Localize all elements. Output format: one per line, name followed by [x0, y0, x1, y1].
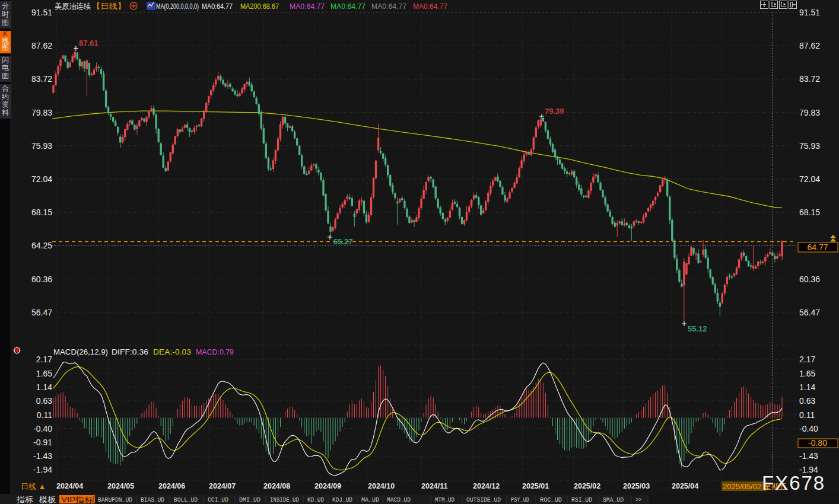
svg-text:1.65: 1.65: [36, 369, 52, 378]
svg-text:DEA:-0.03: DEA:-0.03: [153, 347, 191, 356]
svg-text:2024/11: 2024/11: [421, 482, 448, 490]
svg-text:KDJ_UD: KDJ_UD: [332, 497, 352, 503]
svg-text:MA0:64.77: MA0:64.77: [290, 2, 325, 11]
svg-text:-0.91: -0.91: [33, 438, 52, 447]
svg-text:64.25: 64.25: [31, 241, 52, 250]
svg-text:-0.80: -0.80: [808, 438, 827, 448]
svg-text:-1.43: -1.43: [33, 451, 52, 461]
svg-text:BIAS_UD: BIAS_UD: [141, 497, 164, 503]
svg-text:分: 分: [2, 2, 9, 10]
svg-text:2024/09: 2024/09: [314, 482, 341, 490]
svg-text:55.12: 55.12: [688, 324, 707, 333]
svg-text:1.14: 1.14: [799, 382, 815, 392]
svg-text:MTM_UD: MTM_UD: [435, 497, 455, 503]
svg-text:87.62: 87.62: [799, 41, 820, 50]
svg-text:56.47: 56.47: [31, 308, 52, 317]
svg-text:0.63: 0.63: [799, 396, 815, 406]
svg-text:2025/02: 2025/02: [574, 482, 600, 490]
svg-text:>>: >>: [635, 497, 641, 503]
svg-text:83.72: 83.72: [799, 74, 820, 84]
svg-text:91.51: 91.51: [31, 8, 52, 17]
svg-text:模板: 模板: [39, 495, 56, 504]
svg-text:2024/08: 2024/08: [263, 482, 290, 490]
svg-text:闪: 闪: [2, 56, 9, 64]
svg-text:指标: 指标: [16, 495, 33, 504]
svg-text:图: 图: [2, 72, 9, 80]
svg-text:0.11: 0.11: [37, 410, 52, 420]
svg-text:ROC_UD: ROC_UD: [540, 497, 562, 503]
svg-text:87.62: 87.62: [31, 41, 52, 50]
svg-text:MA0:64.77: MA0:64.77: [371, 2, 406, 11]
svg-text:DMI_UD: DMI_UD: [239, 497, 260, 503]
svg-text:64.77: 64.77: [807, 243, 828, 252]
svg-text:2.17: 2.17: [36, 355, 52, 364]
svg-text:MA(0,200,0,0,0,0): MA(0,200,0,0,0,0): [156, 2, 199, 11]
svg-text:【日线】: 【日线】: [92, 2, 126, 11]
svg-text:KD_UD: KD_UD: [307, 497, 324, 503]
svg-text:83.72: 83.72: [31, 74, 52, 84]
svg-text:MA200:68.67: MA200:68.67: [240, 2, 279, 11]
svg-text:60.36: 60.36: [31, 275, 52, 284]
svg-text:2024/10: 2024/10: [368, 482, 395, 490]
svg-text:BARUPDN_UD: BARUPDN_UD: [98, 497, 132, 503]
svg-text:MA0:64.77: MA0:64.77: [330, 2, 366, 11]
svg-text:DIFF:0.36: DIFF:0.36: [112, 347, 148, 356]
svg-text:79.83: 79.83: [31, 108, 52, 117]
svg-text:PSY_UD: PSY_UD: [511, 497, 529, 503]
svg-text:MA_UD: MA_UD: [361, 497, 379, 503]
svg-text:MACD_UD: MACD_UD: [387, 497, 411, 503]
svg-text:2024/04: 2024/04: [56, 482, 83, 490]
svg-text:91.51: 91.51: [799, 8, 820, 17]
svg-text:79.83: 79.83: [799, 108, 820, 117]
svg-text:BOLL_UD: BOLL_UD: [174, 497, 198, 503]
svg-text:SMA_UD: SMA_UD: [603, 497, 624, 503]
svg-text:-0.40: -0.40: [33, 424, 52, 433]
svg-text:MACD(26,12,9): MACD(26,12,9): [53, 347, 108, 356]
svg-text:RSI_UD: RSI_UD: [571, 497, 592, 503]
svg-text:2024/06: 2024/06: [158, 482, 185, 490]
svg-text:VIP指标: VIP指标: [61, 496, 94, 504]
svg-text:图: 图: [2, 43, 9, 52]
svg-text:2024/12: 2024/12: [473, 482, 500, 490]
svg-text:2024/07: 2024/07: [209, 482, 236, 490]
svg-text:约: 约: [2, 92, 9, 101]
svg-text:INSIDE_UD: INSIDE_UD: [270, 497, 299, 503]
svg-text:-1.43: -1.43: [799, 451, 818, 461]
svg-text:79.39: 79.39: [545, 107, 564, 116]
svg-text:87.61: 87.61: [79, 39, 98, 47]
svg-text:68.15: 68.15: [799, 208, 820, 217]
svg-text:75.93: 75.93: [31, 141, 52, 151]
svg-text:OUTSIDE_UD: OUTSIDE_UD: [466, 497, 501, 503]
svg-text:60.36: 60.36: [799, 275, 820, 284]
svg-text:MACD:0.79: MACD:0.79: [196, 347, 234, 356]
svg-text:-0.40: -0.40: [799, 424, 818, 433]
svg-text:时: 时: [2, 10, 9, 18]
svg-text:0.11: 0.11: [799, 410, 815, 420]
svg-text:1.65: 1.65: [799, 369, 815, 378]
svg-text:2024/05: 2024/05: [107, 482, 134, 490]
svg-text:MA0:64.77: MA0:64.77: [202, 2, 233, 11]
svg-text:2.17: 2.17: [799, 355, 815, 364]
svg-text:2025/01: 2025/01: [522, 482, 549, 490]
svg-text:日线 ▲: 日线 ▲: [21, 482, 46, 491]
svg-text:料: 料: [2, 109, 9, 117]
svg-text:-1.94: -1.94: [33, 465, 52, 474]
svg-text:72.04: 72.04: [31, 174, 52, 184]
svg-text:图: 图: [2, 18, 9, 27]
svg-text:电: 电: [2, 63, 9, 72]
svg-text:75.93: 75.93: [799, 141, 820, 151]
svg-text:2025/03: 2025/03: [623, 482, 650, 490]
svg-text:资: 资: [2, 100, 9, 109]
svg-text:56.47: 56.47: [799, 308, 820, 317]
svg-text:美原油连续: 美原油连续: [55, 2, 91, 11]
svg-text:1.14: 1.14: [36, 382, 52, 392]
svg-text:FX678: FX678: [762, 472, 825, 494]
svg-text:68.15: 68.15: [31, 208, 52, 217]
svg-text:合: 合: [2, 84, 9, 92]
svg-text:72.04: 72.04: [799, 174, 820, 184]
svg-text:65.27: 65.27: [333, 237, 353, 246]
svg-text:0.63: 0.63: [36, 396, 52, 406]
svg-text:MA0:64.77: MA0:64.77: [413, 2, 447, 11]
svg-text:CCI_UD: CCI_UD: [208, 497, 228, 503]
svg-text:2025/04: 2025/04: [672, 482, 698, 490]
